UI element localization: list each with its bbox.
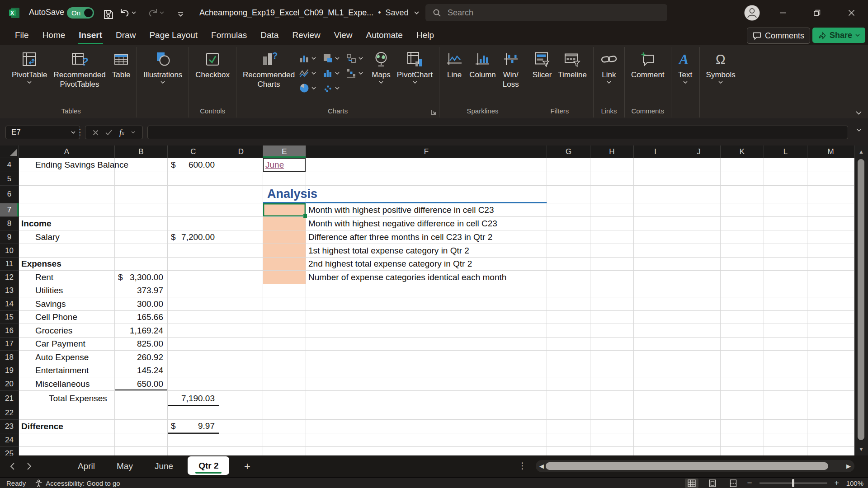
cell-H25[interactable] — [590, 447, 634, 455]
cell-L15[interactable] — [764, 311, 807, 324]
cell-F13[interactable] — [306, 284, 547, 297]
cell-H22[interactable] — [590, 406, 634, 420]
cell-G10[interactable] — [547, 244, 590, 258]
cell-B21[interactable] — [115, 391, 168, 406]
cell-M17[interactable] — [807, 338, 854, 351]
tab-home[interactable]: Home — [36, 26, 72, 45]
page-layout-view-button[interactable] — [706, 479, 719, 488]
cell-H12[interactable] — [590, 271, 634, 284]
cell-L16[interactable] — [764, 324, 807, 338]
column-header-E[interactable]: E — [263, 145, 306, 158]
cell-E22[interactable] — [263, 406, 306, 420]
cell-I16[interactable] — [634, 324, 677, 338]
name-box[interactable]: E7 — [5, 126, 80, 139]
link-button[interactable]: Link — [597, 47, 621, 103]
cell-B22[interactable] — [115, 406, 168, 420]
cell-F11[interactable]: 2nd highest total expense category in Qt… — [306, 258, 547, 271]
cell-K22[interactable] — [721, 406, 764, 420]
close-button[interactable] — [841, 0, 862, 26]
row-header-21[interactable]: 21 — [0, 391, 19, 406]
cell-B17[interactable]: 825.00 — [115, 338, 168, 351]
zoom-in-button[interactable]: + — [835, 481, 839, 485]
cell-H19[interactable] — [590, 364, 634, 377]
cell-C16[interactable] — [168, 324, 219, 338]
cell-M11[interactable] — [807, 258, 854, 271]
cell-F19[interactable] — [306, 364, 547, 377]
cell-B7[interactable] — [115, 203, 168, 217]
cell-D8[interactable] — [219, 217, 263, 230]
cell-G9[interactable] — [547, 230, 590, 244]
cell-J24[interactable] — [677, 433, 721, 447]
row-header-25[interactable]: 25 — [0, 447, 19, 455]
cell-G15[interactable] — [547, 311, 590, 324]
cell-M8[interactable] — [807, 217, 854, 230]
cell-M24[interactable] — [807, 433, 854, 447]
cell-I12[interactable] — [634, 271, 677, 284]
cell-E8[interactable] — [263, 217, 306, 230]
cell-L19[interactable] — [764, 364, 807, 377]
slicer-button[interactable]: Slicer — [529, 47, 555, 103]
illustrations-button[interactable]: Illustrations — [140, 47, 185, 103]
zoom-level[interactable]: 100% — [846, 479, 863, 487]
cell-I19[interactable] — [634, 364, 677, 377]
cell-I17[interactable] — [634, 338, 677, 351]
cell-H21[interactable] — [590, 391, 634, 406]
cell-K24[interactable] — [721, 433, 764, 447]
cell-I23[interactable] — [634, 420, 677, 433]
cell-D18[interactable] — [219, 351, 263, 364]
cell-M14[interactable] — [807, 297, 854, 311]
cell-K25[interactable] — [721, 447, 764, 455]
cell-E9[interactable] — [263, 230, 306, 244]
cell-J8[interactable] — [677, 217, 721, 230]
cell-L21[interactable] — [764, 391, 807, 406]
row-header-15[interactable]: 15 — [0, 311, 19, 324]
cell-F7[interactable]: Month with highest positive difference i… — [306, 203, 547, 217]
share-button[interactable]: Share — [812, 28, 865, 43]
cell-J14[interactable] — [677, 297, 721, 311]
cell-H6[interactable] — [590, 186, 634, 203]
row-header-22[interactable]: 22 — [0, 406, 19, 420]
tab-insert[interactable]: Insert — [72, 26, 109, 45]
cell-B16[interactable]: 1,169.24 — [115, 324, 168, 338]
vertical-scrollbar[interactable]: ▲ ▼ — [854, 145, 868, 455]
row-header-18[interactable]: 18 — [0, 351, 19, 364]
cell-B13[interactable]: 373.97 — [115, 284, 168, 297]
cell-A18[interactable]: Auto Expense — [19, 351, 115, 364]
cell-J13[interactable] — [677, 284, 721, 297]
cell-G25[interactable] — [547, 447, 590, 455]
comments-button[interactable]: Comments — [747, 28, 810, 44]
cell-J15[interactable] — [677, 311, 721, 324]
cell-A5[interactable] — [19, 172, 115, 186]
cell-L14[interactable] — [764, 297, 807, 311]
cell-D22[interactable] — [219, 406, 263, 420]
horizontal-scroll-thumb[interactable] — [546, 462, 828, 470]
text-button[interactable]: AText — [675, 47, 696, 103]
cell-H11[interactable] — [590, 258, 634, 271]
line-chart-button[interactable] — [298, 66, 321, 80]
bar-chart-button[interactable] — [321, 51, 345, 66]
cell-B9[interactable] — [115, 230, 168, 244]
cell-M18[interactable] — [807, 351, 854, 364]
cell-E17[interactable] — [263, 338, 306, 351]
cell-J11[interactable] — [677, 258, 721, 271]
cell-D5[interactable] — [219, 172, 263, 186]
cell-H8[interactable] — [590, 217, 634, 230]
maps-button[interactable]: Maps — [368, 47, 394, 103]
cell-J19[interactable] — [677, 364, 721, 377]
cell-M25[interactable] — [807, 447, 854, 455]
row-header-12[interactable]: 12 — [0, 271, 19, 284]
cell-D15[interactable] — [219, 311, 263, 324]
cell-I20[interactable] — [634, 377, 677, 391]
cell-B15[interactable]: 165.66 — [115, 311, 168, 324]
sheet-tab-qtr-2[interactable]: Qtr 2 — [188, 456, 229, 475]
column-header-F[interactable]: F — [306, 145, 547, 158]
cell-E19[interactable] — [263, 364, 306, 377]
scroll-down-icon[interactable]: ▼ — [854, 444, 868, 455]
cell-L6[interactable] — [764, 186, 807, 203]
column-header-M[interactable]: M — [807, 145, 854, 158]
cell-K16[interactable] — [721, 324, 764, 338]
pivotchart-button[interactable]: PivotChart — [394, 47, 436, 103]
cell-I11[interactable] — [634, 258, 677, 271]
cell-B5[interactable] — [115, 172, 168, 186]
sparkline-line-button[interactable]: Line — [443, 47, 466, 103]
